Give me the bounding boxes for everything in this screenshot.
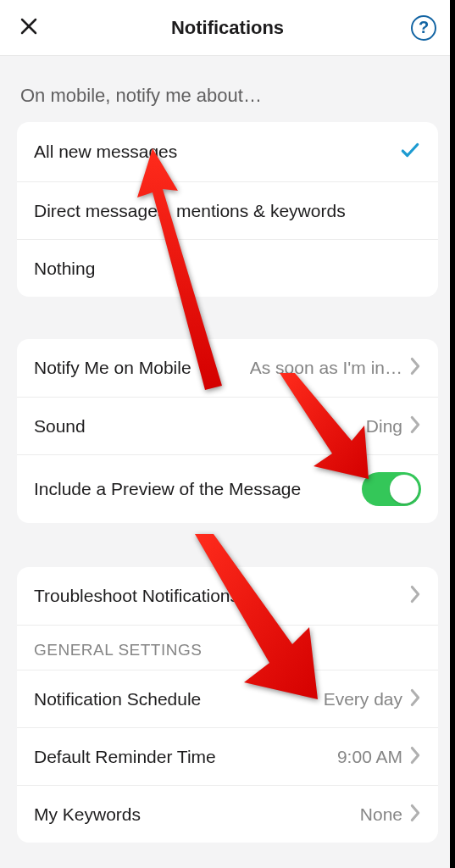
row-sound[interactable]: Sound Ding xyxy=(17,397,438,454)
notify-about-card: All new messages Direct messages, mentio… xyxy=(17,122,438,297)
row-label: Troubleshoot Notifications xyxy=(34,586,239,606)
checkmark-icon xyxy=(399,139,421,164)
option-dm-mentions[interactable]: Direct messages, mentions & keywords xyxy=(17,181,438,239)
chevron-right-icon xyxy=(409,585,421,607)
chevron-right-icon xyxy=(409,688,421,710)
row-value: Every day xyxy=(324,689,402,709)
row-value: 9:00 AM xyxy=(337,747,402,767)
row-value: As soon as I'm in… xyxy=(250,358,402,378)
chevron-right-icon xyxy=(409,357,421,379)
row-label: Default Reminder Time xyxy=(34,747,216,767)
option-label: Direct messages, mentions & keywords xyxy=(34,201,346,221)
chevron-right-icon xyxy=(409,746,421,768)
row-label: Notify Me on Mobile xyxy=(34,358,191,378)
chevron-right-icon xyxy=(409,415,421,437)
option-nothing[interactable]: Nothing xyxy=(17,239,438,297)
mobile-settings-card: Notify Me on Mobile As soon as I'm in… S… xyxy=(17,339,438,523)
chevron-right-icon xyxy=(409,804,421,826)
row-label: Notification Schedule xyxy=(34,689,201,709)
row-troubleshoot[interactable]: Troubleshoot Notifications xyxy=(17,567,438,625)
general-card: Troubleshoot Notifications GENERAL SETTI… xyxy=(17,567,438,843)
close-icon[interactable] xyxy=(19,16,39,40)
row-default-reminder-time[interactable]: Default Reminder Time 9:00 AM xyxy=(17,727,438,785)
row-notification-schedule[interactable]: Notification Schedule Every day xyxy=(17,670,438,727)
help-icon[interactable]: ? xyxy=(411,15,436,41)
row-label: My Keywords xyxy=(34,804,141,825)
row-label: Include a Preview of the Message xyxy=(34,479,301,499)
header: Notifications ? xyxy=(0,0,455,56)
row-value: Ding xyxy=(366,416,402,437)
row-label: Sound xyxy=(34,416,86,437)
screenshot-edge xyxy=(450,0,455,868)
option-label: Nothing xyxy=(34,259,95,279)
option-all-new-messages[interactable]: All new messages xyxy=(17,122,438,181)
option-label: All new messages xyxy=(34,142,177,162)
row-include-preview[interactable]: Include a Preview of the Message xyxy=(17,454,438,523)
preview-toggle[interactable] xyxy=(362,472,421,506)
section-label-notify-about: On mobile, notify me about… xyxy=(17,56,438,122)
row-notify-on-mobile[interactable]: Notify Me on Mobile As soon as I'm in… xyxy=(17,339,438,397)
page-title: Notifications xyxy=(0,17,455,39)
row-my-keywords[interactable]: My Keywords None xyxy=(17,785,438,843)
general-settings-header: GENERAL SETTINGS xyxy=(17,625,438,670)
row-value: None xyxy=(360,804,402,825)
